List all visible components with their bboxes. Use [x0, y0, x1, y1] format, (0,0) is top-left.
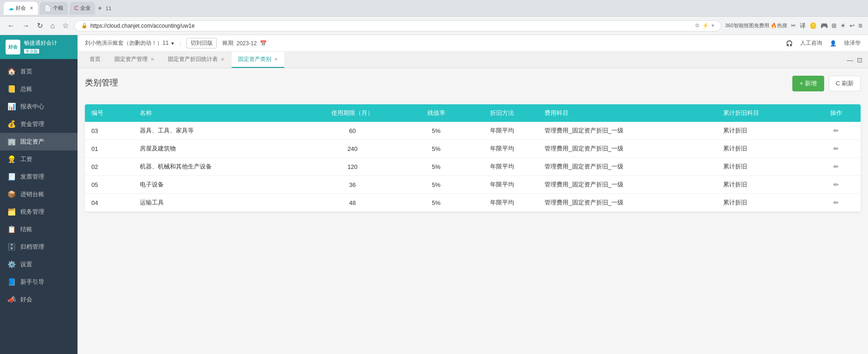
cell-accumulated-1: 累计折旧 — [717, 140, 812, 158]
browser-tab-active[interactable]: ☁ 好会 ✕ — [4, 2, 38, 15]
cut-icon[interactable]: ✂ — [791, 22, 796, 29]
sidebar-item-reports[interactable]: 📊 报表中心 — [0, 98, 78, 115]
support-icon: 🎧 — [786, 40, 793, 47]
logo-title: 畅捷通好会计 — [24, 40, 57, 47]
cell-expense-0: 管理费用_固定资产折旧_一级 — [538, 122, 717, 140]
col-method: 折旧方法 — [466, 104, 538, 122]
home-button[interactable]: ⌂ — [48, 20, 57, 32]
funds-icon: 💰 — [7, 120, 16, 128]
cell-method-3: 年限平均 — [466, 176, 538, 194]
support-label[interactable]: 人工咨询 — [800, 39, 822, 47]
search-hint: 360智能抠图免费用 🔥热搜 — [725, 22, 787, 29]
logo-badge: 专业版 — [24, 49, 39, 54]
tab-depreciation-stats-close[interactable]: ✕ — [221, 57, 224, 62]
sidebar-item-home-label: 首页 — [20, 67, 32, 76]
sidebar-item-guide[interactable]: 📘 新手引导 — [0, 273, 78, 291]
address-bar[interactable]: 🔒 https://cloud.chanjet.com/accounting/u… — [74, 20, 722, 31]
cell-id-0[interactable]: 03 — [85, 122, 133, 140]
col-expense: 费用科目 — [538, 104, 717, 122]
sidebar-item-inventory[interactable]: 📦 进销台账 — [0, 186, 78, 203]
sidebar-item-haohuiji[interactable]: 📣 好会 — [0, 291, 78, 308]
undo-icon[interactable]: ↩ — [850, 22, 855, 29]
logo-icon: 好会 — [6, 40, 20, 54]
edit-button-4[interactable]: ✏ — [833, 199, 839, 206]
calendar-icon[interactable]: 📅 — [260, 40, 267, 47]
cell-residual-2: 5% — [406, 158, 467, 176]
tab-fixed-asset-category[interactable]: 固定资产类别 ✕ — [232, 52, 284, 68]
add-category-button[interactable]: + 新增 — [792, 76, 824, 91]
sidebar-item-haohuiji-label: 好会 — [20, 295, 32, 304]
cell-id-4[interactable]: 04 — [85, 194, 133, 212]
forward-button[interactable]: → — [20, 20, 31, 32]
browser-tab-label3: 企业 — [80, 5, 90, 12]
cell-months-3: 36 — [299, 176, 406, 194]
sidebar-item-closing[interactable]: 📋 结账 — [0, 221, 78, 238]
brightness-icon[interactable]: ☀ — [840, 22, 846, 29]
user-expand-icon[interactable]: ▾ — [171, 40, 174, 47]
sidebar-item-archive-label: 归档管理 — [20, 243, 44, 251]
tab-home[interactable]: 首页 — [83, 52, 107, 68]
tab-fixed-asset-category-close[interactable]: ✕ — [274, 57, 278, 62]
maximize-window-button[interactable]: ⊡ — [857, 56, 862, 64]
edit-button-2[interactable]: ✏ — [833, 163, 839, 170]
menu-icon[interactable]: ≡ — [858, 22, 862, 30]
cell-name-3: 电子设备 — [133, 176, 299, 194]
url-text: https://cloud.chanjet.com/accounting/uw1… — [90, 23, 693, 29]
translate-icon[interactable]: 译 — [800, 22, 806, 30]
refresh-button[interactable]: C 刷新 — [829, 76, 861, 91]
sidebar-item-ledger[interactable]: 📒 总账 — [0, 80, 78, 98]
cell-months-1: 240 — [299, 140, 406, 158]
minimize-window-button[interactable]: — — [847, 56, 853, 64]
sidebar-item-tax[interactable]: 🗂️ 税务管理 — [0, 203, 78, 221]
cell-id-3[interactable]: 05 — [85, 176, 133, 194]
browser-tab-label: 好会 — [16, 5, 26, 12]
back-button[interactable]: ← — [6, 20, 17, 32]
cell-expense-1: 管理费用_固定资产折旧_一级 — [538, 140, 717, 158]
tab-fixed-asset-management[interactable]: 固定资产管理 ✕ — [108, 52, 161, 68]
site-info-icon: ⚙ — [695, 23, 700, 29]
action-bar: + 新增 C 刷新 — [792, 76, 861, 91]
sidebar-item-settings-label: 设置 — [20, 260, 32, 269]
browser-tab-2[interactable]: 📄 个税 — [40, 2, 68, 15]
switch-version-button[interactable]: 切到旧版 — [186, 38, 217, 48]
tab-favicon-icon3: C — [74, 5, 78, 12]
sidebar-item-ledger-label: 总账 — [20, 85, 32, 93]
inventory-icon: 📦 — [7, 190, 16, 198]
col-residual: 残值率 — [406, 104, 467, 122]
cell-id-1[interactable]: 01 — [85, 140, 133, 158]
game-icon[interactable]: 🎮 — [820, 22, 828, 29]
dropdown-icon: ▾ — [712, 23, 714, 29]
coin-icon[interactable]: 🪙 — [809, 22, 817, 29]
sidebar-item-invoices[interactable]: 🧾 发票管理 — [0, 168, 78, 186]
tab-close-icon[interactable]: ✕ — [30, 6, 33, 11]
new-tab-button[interactable]: + — [98, 4, 102, 12]
table-row: 04 运输工具 48 5% 年限平均 管理费用_固定资产折旧_一级 累计折旧 ✏ — [85, 194, 861, 212]
cell-id-2[interactable]: 02 — [85, 158, 133, 176]
sidebar-item-fixed-assets[interactable]: 🏢 固定资产 — [0, 133, 78, 150]
edit-button-0[interactable]: ✏ — [833, 127, 839, 134]
sidebar-item-funds[interactable]: 💰 资金管理 — [0, 115, 78, 133]
bookmark-button[interactable]: ☆ — [60, 19, 71, 32]
reload-button[interactable]: ↻ — [35, 19, 45, 32]
col-id: 编号 — [85, 104, 133, 122]
edit-button-1[interactable]: ✏ — [833, 145, 839, 152]
cell-action-4: ✏ — [812, 194, 861, 212]
browser-tab-3[interactable]: C 企业 — [70, 2, 95, 15]
tab-fixed-asset-management-close[interactable]: ✕ — [150, 57, 154, 62]
edit-button-3[interactable]: ✏ — [833, 181, 839, 188]
cell-action-3: ✏ — [812, 176, 861, 194]
page-title: 类别管理 — [85, 77, 118, 88]
table-row: 03 器具、工具、家具等 60 5% 年限平均 管理费用_固定资产折旧_一级 累… — [85, 122, 861, 140]
sidebar-item-home[interactable]: 🏠 首页 — [0, 63, 78, 80]
haohuiji-icon: 📣 — [7, 295, 16, 304]
grid-icon[interactable]: ⊞ — [832, 22, 837, 29]
cell-months-4: 48 — [299, 194, 406, 212]
cell-residual-3: 5% — [406, 176, 467, 194]
sidebar-item-settings[interactable]: ⚙️ 设置 — [0, 256, 78, 273]
tab-fixed-asset-management-label: 固定资产管理 — [114, 55, 148, 63]
browser-toolbar: ← → ↻ ⌂ ☆ 🔒 https://cloud.chanjet.com/ac… — [0, 17, 868, 35]
tab-depreciation-stats[interactable]: 固定资产折旧统计表 ✕ — [162, 52, 231, 68]
sidebar-item-archive[interactable]: 🗄️ 归档管理 — [0, 238, 78, 256]
sidebar-item-payroll[interactable]: 👷 工资 — [0, 150, 78, 168]
cell-months-2: 120 — [299, 158, 406, 176]
